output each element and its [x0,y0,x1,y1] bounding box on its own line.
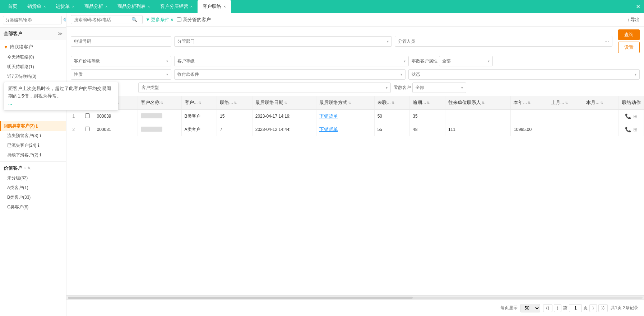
retail-attr-field[interactable]: 全部 ▾ [439,56,493,66]
sort-overdue-icon[interactable]: ⇅ [427,101,430,105]
row1-checkbox[interactable] [85,113,90,118]
row2-unit-contacts: 111 [445,123,510,136]
gender-dropdown-icon: ▾ [166,72,168,76]
my-customers-checkbox[interactable] [177,17,181,22]
window-close-icon[interactable]: ✕ [636,3,640,10]
nav-customer-contact[interactable]: 客户联络 × [198,0,231,13]
main-layout: 🔍 全部客户 ≫ ▼ 待联络客户 今天待联络(0) 明天待联络(1) 近7天待联… [0,13,644,316]
row1-last-month [548,109,583,123]
per-page-select[interactable]: 50 100 200 [520,304,540,312]
nav-customer-tier[interactable]: 客户分层经营 × [155,0,198,13]
a-class-customers[interactable]: A类客户(1) [0,183,66,193]
row1-contact-count: 15 [217,109,252,123]
settings-btn[interactable]: 设置 [618,42,640,53]
top-nav: 首页 销货单 × 进货单 × 商品分析 × 商品分析列表 × 客户分层经营 × … [0,0,644,13]
nav-purchase-order[interactable]: 进货单 × [51,0,79,13]
today-pending[interactable]: 今天待联络(0) [0,52,66,62]
all-customers-label: 全部客户 [4,30,22,37]
th-unit-contacts: 往来单位联系人⇅ [445,96,510,109]
tooltip-text: 距客户上次交易时长，超过了此客户的平均交易周期的1.5倍，则视为异常。 [8,86,66,99]
phone-field[interactable]: 电话号码 [71,36,171,47]
row2-check[interactable] [81,123,94,136]
abnormal-repurchase[interactable]: 回购异常客户(2) ℹ [0,121,66,131]
declining-customers[interactable]: 持续下滑客户(2) ℹ [0,150,66,160]
row1-overdue: 35 [410,109,445,123]
row1-last-date: 2023-04-17 14:19: [252,109,316,123]
department-field[interactable]: 分管部门 ▾ [174,36,392,47]
more-conditions-btn[interactable]: ▼ 更多条件 ∧ [145,16,174,23]
first-page-btn[interactable]: ⟨⟨ [543,304,552,312]
sidebar-search-icon[interactable]: 🔍 [63,18,66,23]
export-btn[interactable]: ↑ 导出 [627,16,640,23]
lost-customers[interactable]: 已流失客户(24) ℹ [0,141,66,150]
main-search-input[interactable] [74,17,131,22]
c-class-customers[interactable]: C类客户(6) [0,202,66,212]
customer-level-field[interactable]: 客户等级 ▾ [174,56,409,66]
scrollbar-thumb[interactable] [68,297,413,299]
unclassified-customers[interactable]: 未分组(32) [0,173,66,183]
prev-page-btn[interactable]: ⟨ [554,304,561,312]
next-page-btn[interactable]: ⟩ [589,304,597,312]
my-customers-wrap: 我分管的客户 [177,16,211,23]
sort-uncontact-icon[interactable]: ⇅ [392,101,394,105]
close-purchase-order-icon[interactable]: × [72,4,74,9]
sidebar-search-input[interactable] [3,16,62,24]
row1-this-year [511,109,548,123]
row1-method-link[interactable]: 下销货单 [319,113,338,119]
row2-phone-icon[interactable]: 📞 [625,127,631,132]
price-level-field[interactable]: 客户价格等级 ▾ [71,56,171,66]
close-goods-analysis-icon[interactable]: × [105,4,107,9]
sort-type-icon[interactable]: ⇅ [198,101,201,105]
sidebar-divider [0,161,66,162]
close-goods-analysis-list-icon[interactable]: × [148,4,150,9]
manager-field[interactable]: 分管人员 ··· [395,36,612,47]
value-customers-group[interactable]: 价值客户 ○ ✎ [0,163,66,173]
th-overdue: 逾期...⇅ [410,96,445,109]
row1-this-month [583,109,619,123]
table-wrap: ⚙ 客户编码⇅ 客户名称⇅ 客户...⇅ [66,96,644,295]
edit-icons[interactable]: ○ ✎ [24,166,31,171]
query-btn[interactable]: 查询 [618,29,640,40]
sort-date-icon[interactable]: ⇅ [284,101,287,105]
row2-method-link[interactable]: 下销货单 [319,127,338,132]
retail-customer-field[interactable]: 全部 ▾ [412,82,466,93]
close-customer-contact-icon[interactable]: × [223,4,226,9]
week-pending[interactable]: 近7天待联络(0) [0,72,66,81]
last-page-btn[interactable]: ⟩⟩ [598,304,608,312]
sidebar-collapse-icon[interactable]: ≫ [58,31,62,36]
row1-grid-icon[interactable]: ⊞ [633,113,638,119]
sort-thismonth-icon[interactable]: ⇅ [600,101,603,105]
nav-goods-analysis[interactable]: 商品分析 × [79,0,112,13]
sort-method-icon[interactable]: ⇅ [348,101,351,105]
horizontal-scrollbar[interactable] [66,295,644,300]
sort-unit-icon[interactable]: ⇅ [482,101,485,105]
row2-grid-icon[interactable]: ⊞ [633,127,638,132]
sidebar-all-customers-header[interactable]: 全部客户 ≫ [0,28,66,40]
sort-lastmonth-icon[interactable]: ⇅ [565,101,568,105]
loss-warning-customers[interactable]: 流失预警客户(3) ℹ [0,131,66,141]
close-sales-order-icon[interactable]: × [43,4,46,9]
tomorrow-pending[interactable]: 明天待联络(1) [0,62,66,72]
row2-last-method: 下销货单 [316,123,374,136]
row1-phone-icon[interactable]: 📞 [625,113,631,119]
main-search-wrap: 🔍 [71,15,143,24]
payment-field[interactable]: 收付款条件 ▾ [174,69,406,80]
status-field[interactable]: 状态 ▾ [408,69,640,80]
row2-checkbox[interactable] [85,127,90,131]
main-search-icon[interactable]: 🔍 [131,17,137,22]
nav-goods-analysis-list[interactable]: 商品分析列表 × [112,0,155,13]
sort-contact-icon[interactable]: ⇅ [234,101,237,105]
row2-last-date: 2023-04-12 14:44: [252,123,316,136]
pending-contact-title[interactable]: ▼ 待联络客户 [0,42,66,52]
row2-last-month [548,123,583,136]
sort-year-icon[interactable]: ⇅ [528,101,531,105]
gender-field[interactable]: 性质 ▾ [71,69,171,80]
close-customer-tier-icon[interactable]: × [190,4,193,9]
nav-home[interactable]: 首页 [3,0,22,13]
page-input[interactable] [569,304,582,312]
nav-sales-order[interactable]: 销货单 × [22,0,51,13]
row1-check[interactable] [81,109,94,123]
customer-type-field[interactable]: 客户类型 ▾ [138,82,391,93]
b-class-customers[interactable]: B类客户(33) [0,193,66,202]
sort-name-icon[interactable]: ⇅ [160,101,163,105]
